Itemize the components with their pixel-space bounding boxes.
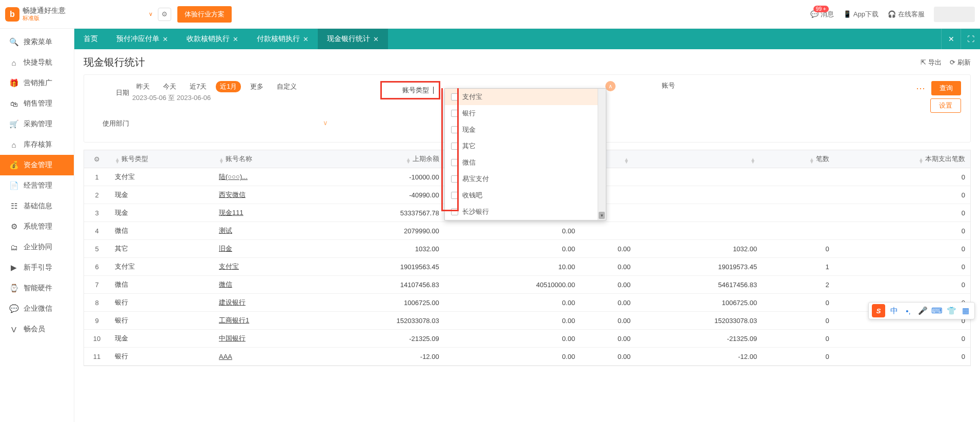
cell-account-name[interactable]: 测试 <box>214 222 318 240</box>
dropdown-option[interactable]: 微信 <box>445 154 606 171</box>
account-label: 账号 <box>662 81 675 90</box>
cell-account-type: 现金 <box>110 204 214 222</box>
dropdown-option[interactable]: 银行 <box>445 105 606 122</box>
cell-account-name[interactable]: 西安微信 <box>214 186 318 204</box>
sidebar-item[interactable]: ☷基础信息 <box>0 196 74 216</box>
scroll-down-icon[interactable]: ▾ <box>599 212 605 219</box>
ime-toolbox-icon[interactable]: ▦ <box>960 305 971 316</box>
column-header[interactable]: ▲▼上期余额 <box>318 150 444 168</box>
date-quick-option[interactable]: 今天 <box>159 81 180 92</box>
query-button[interactable]: 查询 <box>931 81 961 95</box>
column-header[interactable]: ▲▼账号名称 <box>214 150 318 168</box>
dropdown-option[interactable]: 支付宝 <box>445 89 606 105</box>
ime-skin-icon[interactable]: 👕 <box>946 305 957 316</box>
collapse-caret-icon[interactable]: ∧ <box>605 81 616 91</box>
cell-account-name[interactable]: 工商银行1 <box>214 312 318 330</box>
tab[interactable]: 首页 <box>74 29 107 49</box>
tab-close-icon[interactable]: ✕ <box>233 35 238 43</box>
date-quick-option[interactable]: 近1月 <box>216 81 241 92</box>
dropdown-option[interactable]: 长沙银行 <box>445 204 606 220</box>
sidebar-item[interactable]: 🛍销售管理 <box>0 93 74 114</box>
date-quick-option[interactable]: 自定义 <box>273 81 301 92</box>
gear-column-header[interactable]: ⚙ <box>84 150 110 168</box>
column-header[interactable]: ▲▼ <box>636 150 762 168</box>
checkbox[interactable] <box>451 208 458 215</box>
cell-account-name[interactable]: 陆(○○○)... <box>214 168 318 186</box>
sidebar-item[interactable]: ⚙系统管理 <box>0 216 74 237</box>
main-area: 首页预付冲应付单✕收款核销执行✕付款核销执行✕现金银行统计✕ ✕ ⛶ 现金银行统… <box>74 29 980 422</box>
sidebar-item[interactable]: V畅会员 <box>0 319 74 339</box>
column-header[interactable]: ▲▼账号类型 <box>110 150 214 168</box>
checkbox[interactable] <box>451 192 458 199</box>
export-button[interactable]: ⇱导出 <box>921 58 942 67</box>
ime-punct-icon[interactable]: •, <box>903 305 914 316</box>
tab[interactable]: 预付冲应付单✕ <box>107 29 177 49</box>
refresh-button[interactable]: ⟳刷新 <box>950 58 971 67</box>
dept-select[interactable]: ∨ <box>145 117 329 129</box>
account-type-filter[interactable]: 账号类型 <box>380 81 440 99</box>
tab[interactable]: 付款核销执行✕ <box>248 29 318 49</box>
sidebar-item[interactable]: ⌂快捷导航 <box>0 52 74 73</box>
sidebar-item[interactable]: ▶新手引导 <box>0 257 74 278</box>
messages-link[interactable]: 💬 99 + 消息 <box>810 10 834 19</box>
cell-account-name[interactable]: 中国银行 <box>214 330 318 348</box>
tab[interactable]: 现金银行统计✕ <box>318 29 388 49</box>
tenant-selector[interactable]: ∨ <box>87 11 153 17</box>
top-bar: b 畅捷通好生意 标准版 ∨ ⚙ 体验行业方案 💬 99 + 消息 📱 App下… <box>0 0 980 29</box>
tab-close-icon[interactable]: ✕ <box>162 35 168 43</box>
tab-close-icon[interactable]: ✕ <box>373 35 379 43</box>
column-header[interactable]: ▲▼本期支出笔数 <box>834 150 970 168</box>
sidebar-item[interactable]: 💬企业微信 <box>0 298 74 319</box>
cell-account-name[interactable]: 旧金 <box>214 240 318 258</box>
sidebar-item[interactable]: 🔍搜索菜单 <box>0 32 74 52</box>
close-all-tabs-icon[interactable]: ✕ <box>941 29 961 49</box>
checkbox[interactable] <box>451 159 458 166</box>
ime-toolbar[interactable]: S 中 •, 🎤 ⌨ 👕 ▦ <box>868 302 975 319</box>
cell-prev-balance: -21325.09 <box>318 330 444 348</box>
more-filters-icon[interactable]: ⋯ <box>916 83 926 94</box>
dropdown-scrollbar[interactable]: ▾ <box>598 89 606 220</box>
ime-mic-icon[interactable]: 🎤 <box>917 305 928 316</box>
cell-count1 <box>762 168 834 186</box>
ime-keyboard-icon[interactable]: ⌨ <box>931 305 943 316</box>
sidebar-item[interactable]: ⌂库存核算 <box>0 134 74 155</box>
cell-account-name[interactable]: AAA <box>214 348 318 366</box>
ime-lang[interactable]: 中 <box>888 305 900 316</box>
cell-count1: 0 <box>762 294 834 312</box>
cell-account-name[interactable]: 建设银行 <box>214 294 318 312</box>
column-header[interactable]: ▲▼笔数 <box>762 150 834 168</box>
fullscreen-icon[interactable]: ⛶ <box>961 29 980 49</box>
tab-close-icon[interactable]: ✕ <box>303 35 309 43</box>
user-avatar[interactable] <box>934 7 975 22</box>
trial-button[interactable]: 体验行业方案 <box>177 6 232 23</box>
dropdown-option[interactable]: 易宝支付 <box>445 171 606 187</box>
cell-account-name[interactable]: 微信 <box>214 276 318 294</box>
sidebar-item[interactable]: 🎁营销推广 <box>0 73 74 93</box>
checkbox[interactable] <box>451 110 458 117</box>
sidebar-item[interactable]: 🗂企业协同 <box>0 237 74 257</box>
dropdown-option-label: 银行 <box>462 109 476 118</box>
dropdown-option[interactable]: 其它 <box>445 138 606 154</box>
sidebar-item[interactable]: 🛒采购管理 <box>0 114 74 134</box>
tab[interactable]: 收款核销执行✕ <box>177 29 248 49</box>
app-download-link[interactable]: 📱 App下载 <box>843 10 879 19</box>
date-quick-option[interactable]: 更多 <box>246 81 268 92</box>
cell-account-name[interactable]: 支付宝 <box>214 258 318 276</box>
date-label: 日期 <box>93 86 129 97</box>
customer-service-link[interactable]: 🎧 在线客服 <box>888 10 925 19</box>
date-quick-option[interactable]: 近7天 <box>186 81 211 92</box>
sidebar-item[interactable]: 📄经营管理 <box>0 175 74 196</box>
checkbox[interactable] <box>451 93 458 101</box>
checkbox[interactable] <box>451 143 458 150</box>
cell-account-name[interactable]: 现金111 <box>214 204 318 222</box>
dropdown-option[interactable]: 收钱吧 <box>445 187 606 204</box>
date-quick-option[interactable]: 昨天 <box>132 81 154 92</box>
checkbox[interactable] <box>451 175 458 183</box>
sidebar-item[interactable]: ⌚智能硬件 <box>0 278 74 298</box>
checkbox[interactable] <box>451 126 458 133</box>
sidebar-item[interactable]: 💰资金管理 <box>0 155 74 175</box>
settings-icon[interactable]: ⚙ <box>158 8 171 21</box>
dropdown-option[interactable]: 现金 <box>445 122 606 138</box>
settings-button[interactable]: 设置 <box>930 98 961 113</box>
sidebar-item-icon: 🛒 <box>9 119 18 129</box>
